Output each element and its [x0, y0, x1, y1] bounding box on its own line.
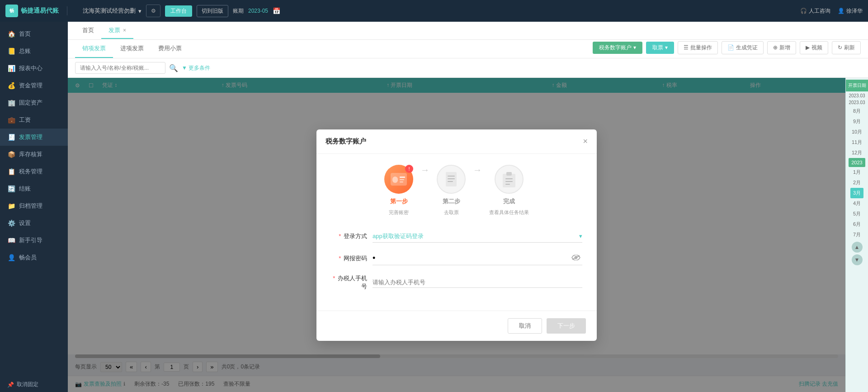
login-method-value: app获取验证码登录 [373, 232, 424, 240]
tax-phone-label: * 办税人手机号 [331, 274, 367, 291]
tab-invoice-label: 发票 [108, 26, 120, 34]
month-9[interactable]: 9月 [850, 116, 863, 127]
toolbar-right-area: 税务数字账户 ▾ 取票 ▾ ☰ 批量操作 📄 生成凭证 [593, 40, 861, 58]
sidebar-item-settings[interactable]: ⚙️ 设置 [0, 215, 68, 232]
sidebar-item-assets[interactable]: 🏢 固定资产 [0, 94, 68, 111]
batch-ops-label: 批量操作 [690, 44, 712, 52]
tab-close-icon[interactable]: × [123, 27, 126, 33]
fetch-invoice-btn[interactable]: 取票 ▾ [646, 42, 674, 54]
month-4[interactable]: 4月 [850, 198, 863, 209]
modal-close-btn[interactable]: × [583, 137, 588, 146]
sidebar-label-settings: 设置 [19, 219, 31, 227]
tax-icon: 📋 [7, 167, 15, 176]
sidebar-item-reports[interactable]: 📊 报表中心 [0, 60, 68, 77]
cancel-button[interactable]: 取消 [508, 318, 542, 334]
steps-container: ! 第一步 完善账密 → [331, 165, 582, 216]
svg-rect-3 [400, 179, 404, 180]
sidebar-item-funds[interactable]: 💰 资金管理 [0, 77, 68, 94]
sidebar-item-payroll[interactable]: 💼 工资 [0, 111, 68, 129]
month-1[interactable]: 1月 [850, 167, 863, 177]
sidebar-item-settlement[interactable]: 🔄 结账 [0, 180, 68, 197]
workspace-button[interactable]: 工作台 [165, 5, 192, 17]
sidebar-item-ledger[interactable]: 📒 总账 [0, 43, 68, 60]
step-1-icon-wrap: ! [384, 165, 413, 194]
month-5[interactable]: 5月 [850, 209, 863, 219]
filter-icon: ▼ [182, 65, 187, 71]
month-8[interactable]: 8月 [850, 106, 863, 116]
step-arrow-2: → [473, 165, 482, 190]
month-6[interactable]: 6月 [850, 219, 863, 229]
document-icon [443, 171, 459, 187]
more-filter-btn[interactable]: ▼ 更多条件 [182, 64, 210, 72]
switch-version-button[interactable]: 切到旧版 [197, 5, 228, 17]
sidebar-label-tax: 税务管理 [19, 167, 42, 176]
panel-up-btn[interactable]: ▲ [852, 242, 863, 253]
tax-phone-input[interactable] [373, 277, 582, 288]
password-input[interactable] [373, 252, 570, 265]
sidebar-item-invoice[interactable]: 🧾 发票管理 [0, 129, 68, 146]
step-1: ! 第一步 完善账密 [384, 165, 413, 216]
sidebar-item-member[interactable]: 👤 畅会员 [0, 249, 68, 266]
logo-icon: 畅 [5, 5, 18, 17]
user-area[interactable]: 👤 徐泽华 [838, 7, 863, 15]
video-btn[interactable]: ▶ 视频 [800, 41, 828, 54]
month-2[interactable]: 2月 [850, 177, 863, 188]
sidebar-item-inventory[interactable]: 📦 库存核算 [0, 146, 68, 163]
month-3[interactable]: 3月 [850, 188, 863, 198]
eye-toggle-icon[interactable] [570, 255, 582, 262]
user-name: 徐泽华 [846, 7, 863, 15]
month-11[interactable]: 11月 [849, 137, 865, 148]
sidebar-label-inventory: 库存核算 [19, 150, 42, 158]
company-name: 沈海英测试经营勿删 [83, 7, 136, 15]
cancel-fixed-btn[interactable]: 📌 取消固定 [0, 377, 68, 392]
sidebar-item-archive[interactable]: 📁 归档管理 [0, 197, 68, 215]
sidebar-item-guide[interactable]: 📖 新手引导 [0, 232, 68, 249]
gen-voucher-btn[interactable]: 📄 生成凭证 [722, 41, 764, 54]
subtab-sales-label: 销项发票 [82, 45, 106, 52]
settings-icon: ⚙️ [7, 219, 15, 227]
sidebar-item-tax[interactable]: 📋 税务管理 [0, 163, 68, 180]
fetch-dropdown-icon: ▾ [665, 44, 668, 51]
support-btn[interactable]: 🎧 人工咨询 [800, 7, 830, 15]
batch-ops-btn[interactable]: ☰ 批量操作 [678, 41, 718, 54]
next-button[interactable]: 下一步 [547, 318, 586, 334]
svg-rect-13 [505, 184, 510, 185]
video-icon: ▶ [806, 44, 810, 51]
tab-bar: 首页 发票 × [68, 22, 868, 40]
step-2-desc: 去取票 [444, 209, 459, 216]
subtab-sales[interactable]: 销项发票 [75, 40, 113, 58]
form-row-tax-phone: * 办税人手机号 [331, 274, 582, 291]
tab-home[interactable]: 首页 [75, 23, 101, 39]
add-btn[interactable]: ⊕ 新增 [767, 41, 796, 54]
reports-icon: 📊 [7, 64, 15, 72]
fetch-invoice-label: 取票 [652, 44, 663, 52]
logo: 畅 畅捷通易代账 [5, 5, 59, 17]
sidebar-label-archive: 归档管理 [19, 202, 42, 210]
sidebar-label-settlement: 结账 [19, 185, 31, 193]
clipboard-icon [501, 171, 517, 187]
payroll-icon: 💼 [7, 116, 15, 124]
panel-down-btn[interactable]: ▼ [852, 254, 863, 265]
subtab-expense[interactable]: 费用小票 [151, 40, 189, 58]
month-12[interactable]: 12月 [849, 148, 865, 158]
calendar-icon[interactable]: 📅 [273, 7, 280, 14]
year-2023[interactable]: 2023 [849, 158, 865, 167]
login-method-arrow-icon: ▾ [579, 233, 582, 239]
search-input[interactable] [75, 62, 165, 74]
company-selector[interactable]: 沈海英测试经营勿删 ▾ [83, 7, 142, 15]
company-settings-btn[interactable]: ⚙ [146, 5, 160, 17]
tab-invoice[interactable]: 发票 × [101, 23, 133, 39]
assets-icon: 🏢 [7, 99, 15, 107]
sidebar-label-ledger: 总账 [19, 47, 31, 55]
tax-digital-btn[interactable]: 税务数字账户 ▾ [593, 42, 642, 54]
search-icon[interactable]: 🔍 [169, 64, 178, 72]
refresh-btn[interactable]: ↻ 刷新 [832, 41, 861, 54]
subtab-purchase[interactable]: 进项发票 [113, 40, 151, 58]
month-10[interactable]: 10月 [849, 127, 865, 137]
open-invoice-date-btn[interactable]: 开票日期 [846, 80, 868, 91]
month-7[interactable]: 7月 [850, 229, 863, 240]
sidebar-item-home[interactable]: 🏠 首页 [0, 25, 68, 43]
login-method-select[interactable]: app获取验证码登录 ▾ [373, 230, 582, 243]
tax-phone-required: * [333, 275, 335, 282]
funds-icon: 💰 [7, 81, 15, 90]
